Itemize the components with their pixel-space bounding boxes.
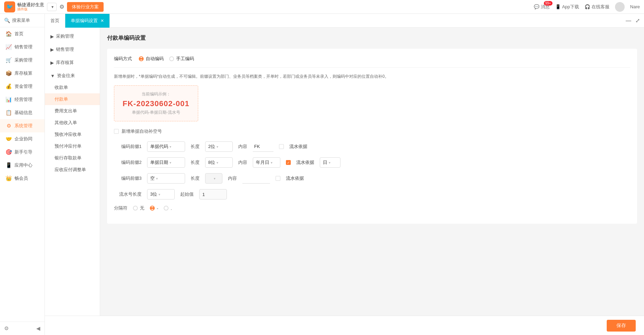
manual-code-radio-circle xyxy=(169,56,174,61)
sidebar-item-enterprise[interactable]: 🤝 企业协同 xyxy=(0,132,45,146)
app-logo: 🐦 畅捷通好生意 插件版 xyxy=(4,1,44,12)
prefix-2-content-select[interactable]: 年月日 ▾ xyxy=(253,157,280,168)
hint-text: 新增单据时，*单据编码*自动生成，不可编辑。前缀设置为部门、业务员等档案类，开单… xyxy=(114,73,630,80)
prefix-2-length-select[interactable]: 8位 ▾ xyxy=(205,157,233,168)
auto-fill-row: 新增单据自动补空号 xyxy=(114,128,630,134)
caret-icon5: ▾ xyxy=(271,161,272,165)
sub-nav-group-funds-title[interactable]: ▼ 资金往来 xyxy=(45,70,100,82)
user-avatar[interactable] xyxy=(615,2,625,12)
operations-icon: 📊 xyxy=(6,96,12,103)
prefix-2-label: 编码前缀2 xyxy=(114,159,142,166)
sidebar-item-apps[interactable]: 📱 应用中心 xyxy=(0,159,45,172)
prefix-2-serial-period-select[interactable]: 日 ▾ xyxy=(320,157,340,168)
settings-button[interactable]: ⚙ xyxy=(59,3,64,10)
code-preview-box: 当前编码示例： FK-20230602-001 单据代码-单据日期-流水号 xyxy=(114,85,198,121)
prefix-1-content: FK xyxy=(253,141,273,152)
top-bar-right: 💬 消息 99+ 📱 App下载 🎧 在线客服 Nare xyxy=(534,2,640,12)
separator-dot-circle xyxy=(164,206,169,211)
save-button[interactable]: 保存 xyxy=(607,320,636,332)
sidebar-item-finance[interactable]: 💰 资金管理 xyxy=(0,80,45,93)
manual-code-radio[interactable]: 手工编码 xyxy=(169,56,194,62)
sub-nav-item-prepay-pay[interactable]: 预付冲应付单 xyxy=(45,140,100,152)
headset-icon: 🎧 xyxy=(585,4,590,9)
auto-fill-checkbox[interactable] xyxy=(114,129,119,134)
sidebar-item-sales[interactable]: 📈 销售管理 xyxy=(0,40,45,54)
sidebar-bottom: ⚙ ◀ xyxy=(0,322,45,335)
main-layout: 🔍 搜索菜单 🏠 首页 📈 销售管理 🛒 采购管理 📦 库存核算 💰 xyxy=(0,0,644,335)
auto-code-radio[interactable]: 自动编码 xyxy=(139,56,164,62)
page-title: 付款单编码设置 xyxy=(107,35,637,42)
separator-dot-radio[interactable]: . xyxy=(164,206,172,211)
sub-nav-group-inventory-title[interactable]: ▶ 库存核算 xyxy=(45,57,100,68)
sidebar-item-base[interactable]: 📋 基础信息 xyxy=(0,106,45,119)
sub-nav-item-expense[interactable]: 费用支出单 xyxy=(45,105,100,117)
separator-dash-radio[interactable]: - xyxy=(150,206,158,211)
sidebar-item-member[interactable]: 👑 畅会员 xyxy=(0,172,45,185)
sidebar-item-purchase[interactable]: 🛒 采购管理 xyxy=(0,54,45,67)
sub-nav-group-sales-title[interactable]: ▶ 销售管理 xyxy=(45,44,100,55)
search-icon: 🔍 xyxy=(4,18,10,23)
top-bar-middle: ▾ ⚙ 体验行业方案 xyxy=(47,2,104,12)
prefix-2-serial-check[interactable]: ✓ xyxy=(286,160,291,165)
separator-none-radio[interactable]: 无 xyxy=(133,205,144,211)
sidebar-item-system[interactable]: ⚙ 系统管理 xyxy=(0,119,45,132)
sidebar-item-guide[interactable]: 🎯 新手引导 xyxy=(0,146,45,159)
sub-sidebar: ▶ 采购管理 ▶ 销售管理 ▶ 库存核算 xyxy=(45,28,100,316)
sub-nav-item-receipt[interactable]: 收款单 xyxy=(45,82,100,93)
caret-icon3: ▾ xyxy=(170,161,171,165)
prefix-1-serial-check[interactable] xyxy=(279,144,284,149)
tab-bar: 首页 单据编码设置 ✕ — ⤢ xyxy=(45,14,644,28)
prefix-3-select[interactable]: 空 ▾ xyxy=(147,173,185,184)
logo-text: 畅捷通好生意 插件版 xyxy=(17,2,44,12)
workspace-dropdown[interactable]: ▾ xyxy=(47,3,57,11)
base-icon: 📋 xyxy=(6,110,12,116)
sub-nav-item-payment[interactable]: 付款单 xyxy=(45,93,100,105)
prefix-2-select[interactable]: 单据日期 ▾ xyxy=(147,157,185,168)
tab-maximize-button[interactable]: ⤢ xyxy=(635,17,640,24)
message-button[interactable]: 💬 消息 99+ xyxy=(534,4,550,10)
prefix-1-select[interactable]: 单据代码 ▾ xyxy=(147,141,185,152)
online-service-link[interactable]: 🎧 在线客服 xyxy=(585,4,609,10)
sub-nav-group-purchase-title[interactable]: ▶ 采购管理 xyxy=(45,30,100,42)
sub-nav-group-inventory: ▶ 库存核算 xyxy=(45,57,100,68)
caret-icon6: ▾ xyxy=(329,161,330,165)
sub-nav-item-other-income[interactable]: 其他收入单 xyxy=(45,117,100,129)
sidebar-item-operations[interactable]: 📊 经营管理 xyxy=(0,93,45,106)
tab-serial-setting[interactable]: 单据编码设置 ✕ xyxy=(65,14,110,28)
nav-items: 🏠 首页 📈 销售管理 🛒 采购管理 📦 库存核算 💰 资金管理 📊 经 xyxy=(0,27,45,322)
tab-minimize-button[interactable]: — xyxy=(626,18,631,24)
chevron-down-icon2: ▼ xyxy=(50,73,55,78)
prefix-row-2: 编码前缀2 单据日期 ▾ 长度 8位 ▾ 内容 年月日 xyxy=(114,157,630,168)
prefix-3-length-input[interactable]: ▾ xyxy=(205,173,222,184)
start-value-input[interactable] xyxy=(199,189,227,199)
tab-close-icon[interactable]: ✕ xyxy=(100,18,104,23)
tab-bar-actions: — ⤢ xyxy=(622,17,644,24)
top-bar: 🐦 畅捷通好生意 插件版 ▾ ⚙ 体验行业方案 💬 消息 99+ 📱 App下载… xyxy=(0,0,644,14)
prefix-3-serial-check[interactable] xyxy=(276,176,280,181)
sidebar-item-home[interactable]: 🏠 首页 xyxy=(0,27,45,40)
prefix-1-length-select[interactable]: 2位 ▾ xyxy=(205,141,233,152)
prefix-row-3: 编码前缀3 空 ▾ 长度 ▾ 内容 xyxy=(114,173,630,184)
bottom-settings-button[interactable]: ⚙ xyxy=(4,325,9,332)
tab-home[interactable]: 首页 xyxy=(45,14,65,28)
chevron-right-icon3: ▶ xyxy=(50,60,54,65)
sidebar-collapse-button[interactable]: ◀ xyxy=(36,325,40,332)
separator-row: 分隔符 无 - . xyxy=(114,205,630,211)
sales-icon: 📈 xyxy=(6,44,12,50)
app-download-link[interactable]: 📱 App下载 xyxy=(555,4,579,10)
sub-nav-item-bank-deposit[interactable]: 银行存取款单 xyxy=(45,152,100,164)
trial-button[interactable]: 体验行业方案 xyxy=(67,2,104,12)
search-menu-button[interactable]: 🔍 搜索菜单 xyxy=(0,14,45,27)
member-icon: 👑 xyxy=(6,175,12,182)
sidebar-item-inventory[interactable]: 📦 库存核算 xyxy=(0,67,45,80)
system-icon: ⚙ xyxy=(6,123,12,129)
sub-nav-group-purchase: ▶ 采购管理 xyxy=(45,30,100,42)
finance-icon: 💰 xyxy=(6,83,12,90)
sub-nav-item-prepay-receive[interactable]: 预收冲应收单 xyxy=(45,129,100,140)
download-icon: 📱 xyxy=(555,4,561,9)
separator-dash-circle xyxy=(150,206,155,211)
serial-length-select[interactable]: 3位 ▾ xyxy=(147,189,175,199)
page-container: ▶ 采购管理 ▶ 销售管理 ▶ 库存核算 xyxy=(45,28,644,316)
sub-nav-item-ap-adjust[interactable]: 应收应付调整单 xyxy=(45,164,100,176)
top-bar-left: 🐦 畅捷通好生意 插件版 ▾ ⚙ 体验行业方案 xyxy=(4,1,104,12)
